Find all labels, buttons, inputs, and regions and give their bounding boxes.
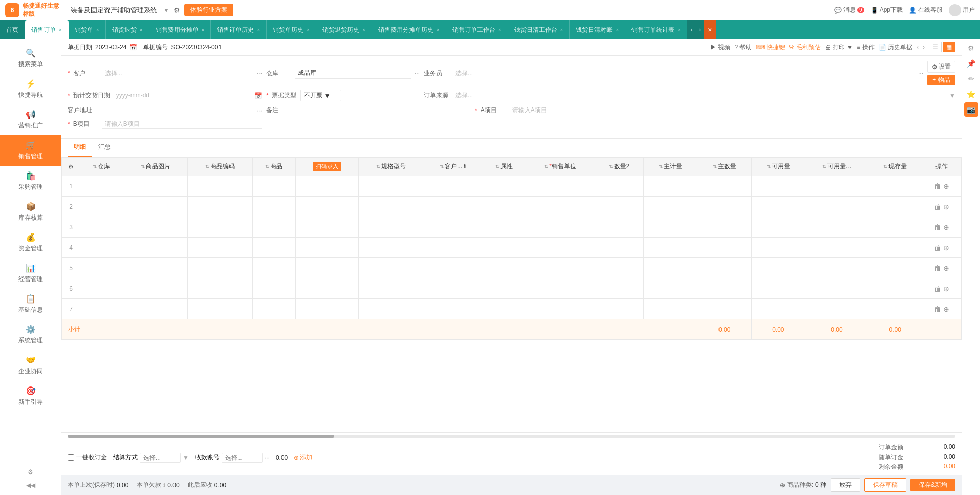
tab-expense-history[interactable]: 销售费用分摊单历史 × <box>372 20 446 39</box>
sidebar-settings-btn[interactable]: ⚙ <box>28 466 33 478</box>
tab-order-history-close[interactable]: × <box>257 27 260 33</box>
sidebar-item-marketing[interactable]: 📢 营销推广 <box>0 104 61 135</box>
save-new-btn[interactable]: 保存&新增 <box>910 479 955 491</box>
sidebar-item-system[interactable]: ⚙️ 系统管理 <box>0 319 61 350</box>
discard-btn[interactable]: 放弃 <box>831 478 860 492</box>
row-3-copy-icon[interactable]: ⊕ <box>943 223 949 231</box>
toolbar-prev-icon[interactable]: ‹ <box>917 44 919 51</box>
tab-workbench[interactable]: 销售订单工作台 × <box>446 20 508 39</box>
tab-return-history-close[interactable]: × <box>362 27 365 33</box>
sidebar-item-search[interactable]: 🔍 搜索菜单 <box>0 43 61 74</box>
one-key-checkbox[interactable] <box>68 454 74 461</box>
tab-home[interactable]: 首页 <box>0 20 25 39</box>
salesperson-input[interactable] <box>452 69 915 78</box>
delivery-date-input[interactable] <box>113 91 251 100</box>
tab-invoice-history-close[interactable]: × <box>307 27 310 33</box>
online-service-btn[interactable]: 👤 在线客服 <box>909 6 943 14</box>
video-btn[interactable]: ▶ 视频 <box>710 43 730 52</box>
app-download-btn[interactable]: 📱 App下载 <box>870 6 903 14</box>
shortcut-btn[interactable]: ⌨ 快捷键 <box>756 43 785 52</box>
row-2-delete-icon[interactable]: 🗑 <box>934 203 941 211</box>
account-input[interactable] <box>222 453 263 463</box>
detail-tab[interactable]: 明细 <box>68 139 92 157</box>
scroll-track[interactable] <box>68 435 955 438</box>
right-panel-star-icon[interactable]: ⭐ <box>964 87 978 101</box>
print-btn[interactable]: 🖨 打印 ▼ <box>825 43 853 52</box>
b-project-input[interactable] <box>102 119 262 129</box>
delivery-calendar-icon[interactable]: 📅 <box>254 92 262 99</box>
sidebar-item-enterprise[interactable]: 🤝 企业协同 <box>0 350 61 381</box>
tab-daily-workbench[interactable]: 钱货日清工作台 × <box>508 20 570 39</box>
sidebar-item-inventory[interactable]: 📦 库存核算 <box>0 197 61 227</box>
tab-sales-order[interactable]: 销售订单 × <box>25 20 69 39</box>
tab-expense[interactable]: 销售费用分摊单 × <box>149 20 211 39</box>
calendar-icon[interactable]: 📅 <box>129 44 137 51</box>
sidebar-item-finance[interactable]: 💰 资金管理 <box>0 227 61 258</box>
row-7-delete-icon[interactable]: 🗑 <box>934 305 941 313</box>
account-more-btn[interactable]: ··· <box>265 454 270 461</box>
sidebar-collapse-btn[interactable]: ◀◀ <box>26 480 35 491</box>
barcode-scan-btn[interactable]: 扫码录入 <box>313 162 341 171</box>
tab-return[interactable]: 销货退货 × <box>106 20 149 39</box>
profit-btn[interactable]: % 毛利预估 <box>789 43 821 52</box>
right-panel-pin-icon[interactable]: 📌 <box>964 56 978 71</box>
save-draft-btn[interactable]: 保存草稿 <box>864 478 906 492</box>
order-source-input[interactable] <box>452 91 946 100</box>
row-7-copy-icon[interactable]: ⊕ <box>943 305 949 313</box>
tab-close-all-btn[interactable]: × <box>704 20 716 39</box>
row-2-copy-icon[interactable]: ⊕ <box>943 203 949 211</box>
add-btn[interactable]: ⊕ 添加 <box>294 453 312 462</box>
tab-invoice-close[interactable]: × <box>96 27 99 33</box>
user-btn[interactable]: 用户 <box>949 4 975 16</box>
row-4-copy-icon[interactable]: ⊕ <box>943 244 949 252</box>
tab-expense-close[interactable]: × <box>202 27 205 33</box>
tab-reconcile[interactable]: 钱货日清对账 × <box>570 20 625 39</box>
toolbar-next-icon[interactable]: › <box>923 44 925 51</box>
tab-sales-order-close[interactable]: × <box>59 27 62 33</box>
sidebar-item-basic[interactable]: 📋 基础信息 <box>0 289 61 319</box>
payment-method-input[interactable] <box>140 453 181 463</box>
customer-input[interactable] <box>102 69 254 78</box>
settings-float-btn[interactable]: ⚙ 设置 <box>927 61 955 73</box>
list-view-btn[interactable]: ☰ <box>929 42 942 52</box>
history-btn[interactable]: 📄 历史单据 <box>879 43 912 52</box>
sidebar-item-operations[interactable]: 📊 经营管理 <box>0 258 61 289</box>
right-panel-camera-icon[interactable]: 📷 <box>964 102 978 117</box>
tab-workbench-close[interactable]: × <box>498 27 502 33</box>
row-1-copy-icon[interactable]: ⊕ <box>943 182 949 190</box>
tab-invoice[interactable]: 销货单 × <box>69 20 106 39</box>
industry-btn[interactable]: 体验行业方案 <box>184 4 233 16</box>
salesperson-more-btn[interactable]: ··· <box>918 70 923 77</box>
tab-stats-close[interactable]: × <box>678 27 681 33</box>
address-input[interactable] <box>96 105 254 115</box>
tab-expense-history-close[interactable]: × <box>437 27 440 33</box>
tab-reconcile-close[interactable]: × <box>616 27 619 33</box>
col-settings[interactable]: ⚙ <box>62 158 80 176</box>
system-dropdown-icon[interactable]: ▼ <box>163 7 169 14</box>
tab-prev-btn[interactable]: ‹ <box>687 20 695 39</box>
sidebar-item-guide[interactable]: 🎯 新手引导 <box>0 381 61 412</box>
tab-daily-workbench-close[interactable]: × <box>560 27 563 33</box>
help-btn[interactable]: ? 帮助 <box>734 43 752 52</box>
row-6-copy-icon[interactable]: ⊕ <box>943 285 949 293</box>
address-more-btn[interactable]: ··· <box>257 107 262 114</box>
warehouse-more-btn[interactable]: ··· <box>415 70 420 77</box>
scroll-thumb[interactable] <box>68 435 334 438</box>
remarks-input[interactable] <box>295 105 471 115</box>
settings-icon[interactable]: ⚙ <box>173 6 180 14</box>
tab-return-history[interactable]: 销货退货历史 × <box>316 20 372 39</box>
tab-order-history[interactable]: 销售订单历史 × <box>211 20 267 39</box>
message-btn[interactable]: 💬 消息 9 <box>834 6 864 14</box>
grid-view-btn[interactable]: ▦ <box>943 42 955 52</box>
tab-stats[interactable]: 销售订单统计表 × <box>625 20 687 39</box>
sidebar-item-sales[interactable]: 🛒 销售管理 <box>0 135 61 166</box>
sidebar-item-purchase[interactable]: 🛍️ 采购管理 <box>0 166 61 197</box>
row-5-copy-icon[interactable]: ⊕ <box>943 264 949 272</box>
row-6-delete-icon[interactable]: 🗑 <box>934 285 941 293</box>
tab-next-btn[interactable]: › <box>695 20 704 39</box>
one-key-checkbox-label[interactable]: 一键收订金 <box>68 453 107 462</box>
right-panel-settings-icon[interactable]: ⚙ <box>964 41 978 55</box>
sidebar-item-nav[interactable]: ⚡ 快捷导航 <box>0 74 61 104</box>
invoice-type-select[interactable]: 不开票 ▼ <box>300 90 341 101</box>
customer-more-btn[interactable]: ··· <box>257 70 262 77</box>
